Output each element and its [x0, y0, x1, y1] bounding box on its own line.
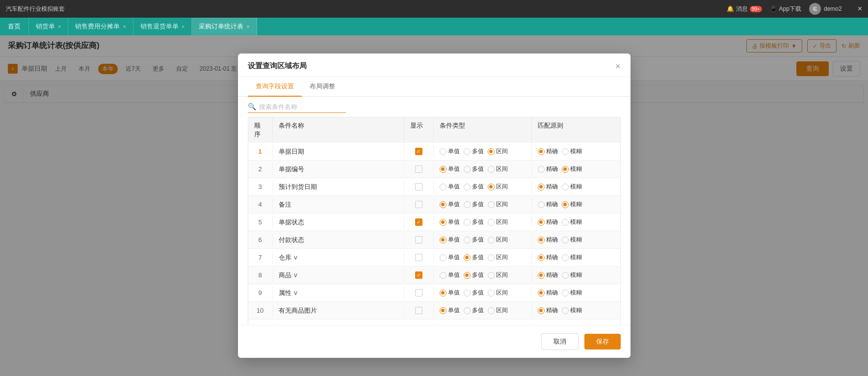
radio-exact-4[interactable] — [538, 201, 545, 208]
radio-single-3[interactable] — [440, 184, 447, 190]
tab-sales[interactable]: 销货单 × — [29, 18, 68, 35]
radio-exact-1[interactable] — [538, 148, 545, 155]
match-exact-9[interactable]: 精确 — [538, 289, 558, 297]
display-checkbox-1[interactable] — [415, 148, 422, 155]
type-multi-8[interactable]: 多值 — [464, 271, 484, 279]
display-checkbox-10[interactable] — [415, 307, 422, 314]
type-multi-6[interactable]: 多值 — [464, 236, 484, 244]
tab-sales-expense[interactable]: 销售费用分摊单 × — [68, 18, 133, 35]
tab-sales-return-close[interactable]: × — [182, 24, 184, 29]
match-fuzzy-1[interactable]: 模糊 — [562, 147, 582, 156]
match-exact-2[interactable]: 精确 — [538, 165, 558, 173]
radio-multi-10[interactable] — [464, 307, 471, 314]
radio-fuzzy-7[interactable] — [562, 254, 569, 261]
radio-fuzzy-10[interactable] — [562, 307, 569, 314]
tab-home[interactable]: 首页 — [0, 18, 29, 35]
type-range-1[interactable]: 区间 — [488, 147, 508, 156]
radio-fuzzy-9[interactable] — [562, 290, 569, 296]
cancel-button[interactable]: 取消 — [541, 333, 579, 350]
display-checkbox-6[interactable] — [415, 236, 422, 243]
radio-single-6[interactable] — [440, 237, 447, 243]
match-exact-3[interactable]: 精确 — [538, 183, 558, 191]
type-single-1[interactable]: 单值 — [440, 147, 460, 156]
display-checkbox-9[interactable] — [415, 289, 422, 296]
tab-purchase-order[interactable]: 采购订单统计表 × — [192, 18, 257, 35]
radio-multi-1[interactable] — [464, 148, 471, 155]
radio-exact-6[interactable] — [538, 237, 545, 243]
topbar-close-button[interactable]: × — [858, 4, 862, 13]
radio-single-5[interactable] — [440, 219, 447, 226]
type-multi-5[interactable]: 多值 — [464, 218, 484, 226]
type-range-10[interactable]: 区间 — [488, 306, 508, 315]
radio-range-8[interactable] — [488, 272, 495, 279]
app-download-button[interactable]: 📱 App下载 — [770, 5, 801, 13]
type-single-4[interactable]: 单值 — [440, 200, 460, 209]
type-single-8[interactable]: 单值 — [440, 271, 460, 279]
match-exact-1[interactable]: 精确 — [538, 147, 558, 156]
type-multi-11[interactable]: 多值 — [464, 324, 484, 325]
tab-sales-expense-close[interactable]: × — [123, 24, 126, 29]
type-range-6[interactable]: 区间 — [488, 236, 508, 244]
type-range-7[interactable]: 区间 — [488, 253, 508, 262]
radio-range-6[interactable] — [488, 237, 495, 243]
modal-tab-layout[interactable]: 布局调整 — [302, 77, 343, 97]
type-range-9[interactable]: 区间 — [488, 289, 508, 297]
radio-exact-10[interactable] — [538, 307, 545, 314]
type-multi-2[interactable]: 多值 — [464, 165, 484, 173]
match-exact-7[interactable]: 精确 — [538, 253, 558, 262]
tab-sales-close[interactable]: × — [58, 24, 61, 29]
radio-range-4[interactable] — [488, 201, 495, 208]
display-checkbox-8[interactable] — [415, 271, 422, 279]
type-multi-10[interactable]: 多值 — [464, 306, 484, 315]
radio-multi-2[interactable] — [464, 166, 471, 173]
radio-multi-4[interactable] — [464, 201, 471, 208]
modal-close-button[interactable]: × — [615, 62, 621, 71]
radio-range-7[interactable] — [488, 254, 495, 261]
match-fuzzy-3[interactable]: 模糊 — [562, 183, 582, 191]
radio-range-5[interactable] — [488, 219, 495, 226]
radio-single-9[interactable] — [440, 290, 447, 296]
match-fuzzy-8[interactable]: 模糊 — [562, 271, 582, 279]
tab-purchase-close[interactable]: × — [246, 24, 249, 29]
radio-multi-6[interactable] — [464, 237, 471, 243]
type-range-2[interactable]: 区间 — [488, 165, 508, 173]
radio-exact-2[interactable] — [538, 166, 545, 173]
match-exact-10[interactable]: 精确 — [538, 306, 558, 315]
radio-range-10[interactable] — [488, 307, 495, 314]
radio-single-4[interactable] — [440, 201, 447, 208]
match-exact-6[interactable]: 精确 — [538, 236, 558, 244]
type-multi-3[interactable]: 多值 — [464, 183, 484, 191]
radio-fuzzy-5[interactable] — [562, 219, 569, 226]
radio-range-9[interactable] — [488, 290, 495, 296]
radio-fuzzy-3[interactable] — [562, 184, 569, 190]
display-checkbox-2[interactable] — [415, 165, 422, 173]
radio-single-8[interactable] — [440, 272, 447, 279]
type-multi-7[interactable]: 多值 — [464, 253, 484, 262]
match-fuzzy-6[interactable]: 模糊 — [562, 236, 582, 244]
radio-fuzzy-4[interactable] — [562, 201, 569, 208]
match-fuzzy-7[interactable]: 模糊 — [562, 253, 582, 262]
radio-multi-8[interactable] — [464, 272, 471, 279]
type-single-7[interactable]: 单值 — [440, 253, 460, 262]
radio-fuzzy-2[interactable] — [562, 166, 569, 173]
type-single-3[interactable]: 单值 — [440, 183, 460, 191]
radio-fuzzy-6[interactable] — [562, 237, 569, 243]
type-range-3[interactable]: 区间 — [488, 183, 508, 191]
radio-fuzzy-8[interactable] — [562, 272, 569, 279]
match-fuzzy-2[interactable]: 模糊 — [562, 165, 582, 173]
radio-fuzzy-1[interactable] — [562, 148, 569, 155]
radio-exact-5[interactable] — [538, 219, 545, 226]
display-checkbox-5[interactable] — [415, 218, 422, 226]
type-single-5[interactable]: 单值 — [440, 218, 460, 226]
match-fuzzy-11[interactable]: 模糊 — [562, 324, 582, 325]
match-exact-8[interactable]: 精确 — [538, 271, 558, 279]
radio-single-2[interactable] — [440, 166, 447, 173]
type-range-8[interactable]: 区间 — [488, 271, 508, 279]
match-exact-4[interactable]: 精确 — [538, 200, 558, 209]
display-checkbox-11[interactable] — [415, 325, 422, 325]
match-exact-5[interactable]: 精确 — [538, 218, 558, 226]
display-checkbox-7[interactable] — [415, 254, 422, 261]
radio-multi-9[interactable] — [464, 290, 471, 296]
match-fuzzy-4[interactable]: 模糊 — [562, 200, 582, 209]
radio-single-10[interactable] — [440, 307, 447, 314]
